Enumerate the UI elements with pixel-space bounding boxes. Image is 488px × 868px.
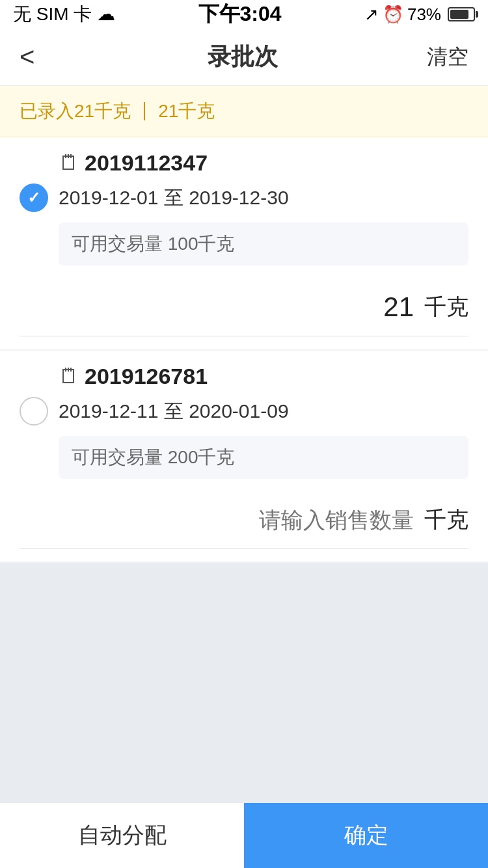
bottom-bar: 自动分配 确定 — [0, 803, 488, 868]
input-row-2[interactable]: 千克 — [0, 492, 488, 535]
auto-distribute-button[interactable]: 自动分配 — [0, 803, 244, 868]
back-button[interactable]: < — [20, 42, 59, 72]
batch-id-icon-1: 🗒 — [59, 151, 79, 175]
battery-text: 73% — [407, 5, 441, 25]
batch-date-row-1[interactable]: 2019-12-01 至 2019-12-30 — [20, 183, 468, 212]
input-unit-2: 千克 — [424, 505, 468, 535]
alarm-icon: ⏰ — [383, 5, 403, 25]
status-time: 下午3:04 — [198, 0, 282, 29]
info-bar: 已录入21千克 21千克 — [0, 86, 488, 137]
quantity-input-2[interactable] — [20, 508, 414, 533]
batch-item-1: 🗒 2019112347 2019-12-01 至 2019-12-30 可用交… — [0, 137, 488, 349]
confirm-button[interactable]: 确定 — [244, 803, 488, 868]
location-icon: ↗ — [364, 5, 379, 25]
batch-id-2: 2019126781 — [85, 364, 208, 389]
clear-button[interactable]: 清空 — [427, 43, 468, 72]
info-divider — [144, 102, 145, 120]
batch-id-1: 2019112347 — [85, 150, 208, 176]
batch-availability-2: 可用交易量 200千克 — [59, 436, 468, 479]
batch-date-row-2[interactable]: 2019-12-11 至 2020-01-09 — [20, 397, 468, 426]
quantity-row-1: 21 千克 — [0, 278, 488, 323]
nav-bar: < 录批次 清空 — [0, 29, 488, 86]
status-right: ↗ ⏰ 73% — [364, 5, 475, 25]
page-title: 录批次 — [208, 41, 278, 73]
batch-id-icon-2: 🗒 — [59, 364, 79, 388]
sim-text: 无 SIM 卡 ☁ — [13, 2, 115, 27]
batch-item-2: 🗒 2019126781 2019-12-11 至 2020-01-09 可用交… — [0, 351, 488, 562]
total-amount: 21千克 — [158, 99, 215, 124]
batch-date-1: 2019-12-01 至 2019-12-30 — [59, 185, 289, 211]
batch-date-2: 2019-12-11 至 2020-01-09 — [59, 398, 289, 425]
batch-availability-1: 可用交易量 100千克 — [59, 223, 468, 265]
radio-1[interactable] — [20, 183, 48, 212]
status-bar: 无 SIM 卡 ☁ 下午3:04 ↗ ⏰ 73% — [0, 0, 488, 29]
radio-2[interactable] — [20, 397, 48, 426]
batch-id-row-1: 🗒 2019112347 — [20, 150, 468, 176]
content-area: 🗒 2019112347 2019-12-01 至 2019-12-30 可用交… — [0, 137, 488, 849]
recorded-amount: 已录入21千克 — [20, 99, 131, 124]
battery-icon — [448, 7, 475, 21]
quantity-value-1: 21 — [383, 292, 414, 323]
batch-id-row-2: 🗒 2019126781 — [20, 364, 468, 389]
quantity-unit-1: 千克 — [424, 292, 468, 322]
status-left: 无 SIM 卡 ☁ — [13, 2, 115, 27]
